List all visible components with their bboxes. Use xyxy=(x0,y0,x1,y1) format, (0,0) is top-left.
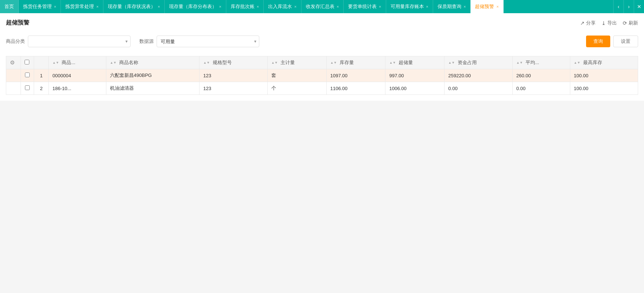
category-select[interactable] xyxy=(28,36,131,47)
td-stock: 1097.00 xyxy=(326,69,385,82)
nav-item-超储预警[interactable]: 超储预警× xyxy=(471,0,503,13)
th-stock: ▲▼ 库存量 xyxy=(326,56,385,69)
nav-close-icon[interactable]: × xyxy=(337,4,339,9)
nav-close-icon[interactable]: × xyxy=(158,4,160,9)
nav-item-首页[interactable]: 首页 xyxy=(0,0,19,13)
top-navigation: 首页拣货任务管理×拣货异常处理×现存量（库存状况表）×现存量（库存分布表）×库存… xyxy=(0,0,644,13)
filter-actions: 查询 设置 xyxy=(586,36,638,47)
sort-icon: ▲▼ xyxy=(516,61,523,64)
nav-close-icon[interactable]: × xyxy=(257,4,259,9)
td-checkbox xyxy=(21,69,34,82)
nav-close-icon[interactable]: × xyxy=(54,4,56,9)
header-row: ⚙ ▲▼ 商品... ▲▼ 商品名称 ▲▼ 规格型号 xyxy=(6,56,638,69)
th-avg: ▲▼ 平均... xyxy=(512,56,570,69)
select-all-checkbox[interactable] xyxy=(25,60,29,64)
td-avg: 0.00 xyxy=(512,82,570,95)
nav-item-label: 现存量（库存分布表） xyxy=(169,3,217,10)
nav-item-拣货任务管理[interactable]: 拣货任务管理× xyxy=(19,0,61,13)
table-row: 1 0000004 六配套新昌490BPG 123 套 1097.00 997.… xyxy=(6,69,638,82)
table-body: 1 0000004 六配套新昌490BPG 123 套 1097.00 997.… xyxy=(6,69,638,95)
td-unit: 个 xyxy=(267,82,326,95)
th-product-name: ▲▼ 商品名称 xyxy=(106,56,199,69)
th-unit: ▲▼ 主计量 xyxy=(267,56,326,69)
datasource-filter: 数据源 可用量 xyxy=(139,36,259,47)
td-settings xyxy=(6,69,21,82)
th-product-code: ▲▼ 商品... xyxy=(49,56,106,69)
nav-item-label: 出入库流水 xyxy=(268,3,292,10)
nav-left-arrow[interactable]: ‹ xyxy=(613,0,623,13)
datasource-label: 数据源 xyxy=(139,38,154,45)
category-label: 商品分类 xyxy=(6,38,25,45)
nav-item-label: 超储预警 xyxy=(475,3,494,10)
th-checkbox xyxy=(21,56,34,69)
nav-item-拣货异常处理[interactable]: 拣货异常处理× xyxy=(61,0,103,13)
refresh-icon: ⟳ xyxy=(623,20,627,26)
main-content: 超储预警 ↗ 分享 ⤓ 导出 ⟳ 刷新 商品分类 xyxy=(0,13,644,101)
table-header: ⚙ ▲▼ 商品... ▲▼ 商品名称 ▲▼ 规格型号 xyxy=(6,56,638,69)
settings-button[interactable]: 设置 xyxy=(613,36,638,47)
page-title: 超储预警 xyxy=(6,19,29,27)
nav-item-现存量-库存状况表-[interactable]: 现存量（库存状况表）× xyxy=(103,0,165,13)
nav-item-label: 现存量（库存状况表） xyxy=(108,3,155,10)
nav-right-arrow[interactable]: › xyxy=(623,0,634,13)
nav-item-保质期查询[interactable]: 保质期查询× xyxy=(433,0,471,13)
th-settings: ⚙ xyxy=(6,56,21,69)
gear-icon[interactable]: ⚙ xyxy=(10,59,15,66)
sort-icon: ▲▼ xyxy=(389,61,396,64)
td-spec: 123 xyxy=(200,82,267,95)
page-header: 超储预警 ↗ 分享 ⤓ 导出 ⟳ 刷新 xyxy=(6,19,638,27)
td-checkbox xyxy=(21,82,34,95)
td-over-stock: 1006.00 xyxy=(385,82,444,95)
nav-item-label: 库存批次账 xyxy=(231,3,255,10)
share-icon: ↗ xyxy=(580,20,585,26)
sort-icon: ▲▼ xyxy=(52,61,59,64)
nav-item-label: 首页 xyxy=(4,3,14,10)
td-max-stock: 100.00 xyxy=(570,82,638,95)
sort-icon: ▲▼ xyxy=(271,61,278,64)
data-table: ⚙ ▲▼ 商品... ▲▼ 商品名称 ▲▼ 规格型号 xyxy=(6,56,638,95)
td-capital: 259220.00 xyxy=(444,69,512,82)
nav-close-icon[interactable]: × xyxy=(496,4,498,9)
query-button[interactable]: 查询 xyxy=(586,36,610,47)
nav-item-要货单统计表[interactable]: 要货单统计表× xyxy=(344,0,386,13)
td-avg: 260.00 xyxy=(512,69,570,82)
datasource-select[interactable]: 可用量 xyxy=(157,36,259,47)
nav-close-arrow[interactable]: ✕ xyxy=(634,0,644,13)
th-spec: ▲▼ 规格型号 xyxy=(200,56,267,69)
nav-item-label: 收发存汇总表 xyxy=(306,3,334,10)
nav-close-icon[interactable]: × xyxy=(96,4,98,9)
nav-close-icon[interactable]: × xyxy=(426,4,428,9)
table-row: 2 186-10... 机油滤清器 123 个 1106.00 1006.00 … xyxy=(6,82,638,95)
export-icon: ⤓ xyxy=(601,20,606,26)
nav-item-label: 要货单统计表 xyxy=(348,3,377,10)
nav-close-icon[interactable]: × xyxy=(294,4,296,9)
share-button[interactable]: ↗ 分享 xyxy=(580,20,596,26)
row-checkbox[interactable] xyxy=(25,73,30,77)
th-index xyxy=(34,56,49,69)
nav-item-label: 拣货异常处理 xyxy=(65,3,94,10)
nav-close-icon[interactable]: × xyxy=(379,4,381,9)
nav-item-现存量-库存分布表-[interactable]: 现存量（库存分布表）× xyxy=(165,0,226,13)
refresh-button[interactable]: ⟳ 刷新 xyxy=(623,20,638,26)
td-index: 1 xyxy=(34,69,49,82)
nav-item-收发存汇总表[interactable]: 收发存汇总表× xyxy=(301,0,344,13)
sort-icon: ▲▼ xyxy=(574,61,581,64)
td-unit: 套 xyxy=(267,69,326,82)
nav-item-label: 拣货任务管理 xyxy=(23,3,52,10)
nav-item-可用量库存账本[interactable]: 可用量库存账本× xyxy=(386,0,433,13)
td-max-stock: 100.00 xyxy=(570,69,638,82)
nav-item-库存批次账[interactable]: 库存批次账× xyxy=(226,0,264,13)
sort-icon: ▲▼ xyxy=(203,61,210,64)
nav-close-icon[interactable]: × xyxy=(219,4,221,9)
export-button[interactable]: ⤓ 导出 xyxy=(601,20,617,26)
td-product-name: 六配套新昌490BPG xyxy=(106,69,199,82)
td-over-stock: 997.00 xyxy=(385,69,444,82)
td-product-name: 机油滤清器 xyxy=(106,82,199,95)
nav-close-icon[interactable]: × xyxy=(464,4,466,9)
nav-arrows: ‹ › ✕ xyxy=(613,0,644,13)
nav-item-出入库流水[interactable]: 出入库流水× xyxy=(264,0,301,13)
th-over-stock: ▲▼ 超储量 xyxy=(385,56,444,69)
row-checkbox[interactable] xyxy=(25,85,30,90)
datasource-select-wrapper: 可用量 xyxy=(157,36,259,47)
td-product-code: 186-10... xyxy=(49,82,106,95)
